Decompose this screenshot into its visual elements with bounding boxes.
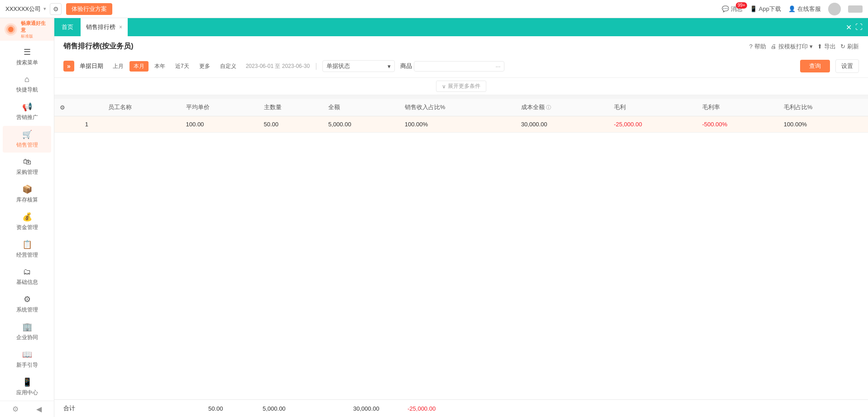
sidebar-item-inventory[interactable]: 📦库存核算 bbox=[3, 181, 51, 207]
sidebar-label-system: 系统管理 bbox=[16, 306, 38, 314]
sidebar-item-system[interactable]: ⚙系统管理 bbox=[3, 291, 51, 317]
date-opt-last-month[interactable]: 上月 bbox=[109, 61, 128, 72]
col-qty: 主数量 bbox=[259, 99, 323, 116]
sidebar-icon-collab: 🏢 bbox=[22, 322, 32, 332]
sidebar-item-marketing[interactable]: 📢营销推广 bbox=[3, 98, 51, 125]
total-qty: 50.00 bbox=[208, 405, 263, 412]
status-chevron-icon: ▾ bbox=[388, 63, 391, 70]
logo-title: 畅康通好生意 bbox=[21, 20, 50, 34]
sidebar-nav: ☰搜索菜单⌂快捷导航📢营销推广🛒销售管理🛍采购管理📦库存核算💰资金管理📋经营管理… bbox=[0, 41, 54, 401]
sidebar-item-shortcut[interactable]: ⌂快捷导航 bbox=[3, 71, 51, 97]
sidebar-icon-purchase: 🛍 bbox=[23, 157, 31, 167]
row-name bbox=[103, 116, 181, 133]
col-settings[interactable]: ⚙ bbox=[54, 99, 71, 116]
filter-toggle-button[interactable]: » bbox=[63, 61, 74, 72]
col-profit-pct: 毛利占比% bbox=[778, 99, 868, 116]
refresh-label: 刷新 bbox=[847, 43, 859, 51]
app-label: App下载 bbox=[759, 5, 781, 13]
expand-label: 展开更多条件 bbox=[448, 82, 480, 90]
col-amount: 全额 bbox=[323, 99, 399, 116]
query-button[interactable]: 查询 bbox=[800, 60, 830, 72]
tab-sales-ranking[interactable]: 销售排行榜 × bbox=[81, 18, 128, 36]
sidebar-item-guide[interactable]: 📖新手引导 bbox=[3, 346, 51, 373]
sidebar-item-search[interactable]: ☰搜索菜单 bbox=[3, 43, 51, 70]
expand-row: ∨ 展开更多条件 bbox=[54, 78, 868, 95]
sidebar-bottom: ⚙ ◀ bbox=[0, 401, 54, 417]
refresh-button[interactable]: ↻ 刷新 bbox=[840, 43, 859, 51]
sidebar-icon-inventory: 📦 bbox=[22, 184, 32, 194]
company-chevron-icon: ▾ bbox=[43, 6, 46, 12]
help-icon: ? bbox=[749, 43, 753, 50]
print-label: 按模板打印 bbox=[778, 43, 808, 51]
sidebar-item-finance[interactable]: 💰资金管理 bbox=[3, 208, 51, 235]
filter-divider-1: | bbox=[315, 62, 317, 70]
help-button[interactable]: ? 帮助 bbox=[749, 43, 766, 51]
message-button[interactable]: 💬 消息 99+ bbox=[722, 5, 743, 13]
export-button[interactable]: ⬆ 导出 bbox=[817, 43, 836, 51]
tab-active-label: 销售排行榜 bbox=[86, 23, 115, 31]
sidebar-label-purchase: 采购管理 bbox=[16, 168, 38, 176]
col-cost: 成本全额 ⓘ bbox=[516, 99, 609, 116]
sidebar-label-collab: 企业协同 bbox=[16, 334, 38, 341]
gear-button[interactable]: ⚙ bbox=[50, 3, 62, 15]
date-opt-this-year[interactable]: 本年 bbox=[150, 61, 169, 72]
row-profit-pct: 100.00% bbox=[778, 116, 868, 133]
sidebar-label-basic: 基础信息 bbox=[16, 278, 38, 286]
row-sales-pct: 100.00% bbox=[399, 116, 516, 133]
total-cost: 30,000.00 bbox=[353, 405, 408, 412]
sidebar-item-purchase[interactable]: 🛍采购管理 bbox=[3, 153, 51, 180]
status-label: 单据状态 bbox=[326, 62, 350, 70]
tab-close-icon[interactable]: × bbox=[119, 24, 122, 30]
date-options: 上月 本月 本年 近7天 更多 自定义 bbox=[109, 61, 240, 72]
sidebar-item-collab[interactable]: 🏢企业协同 bbox=[3, 318, 51, 345]
sidebar-item-basic[interactable]: 🗂基础信息 bbox=[3, 264, 51, 290]
expand-conditions-button[interactable]: ∨ 展开更多条件 bbox=[436, 81, 486, 92]
goods-more-icon[interactable]: ··· bbox=[495, 63, 500, 70]
export-label: 导出 bbox=[824, 43, 836, 51]
message-icon: 💬 bbox=[722, 5, 729, 12]
sidebar-item-operations[interactable]: 📋经营管理 bbox=[3, 236, 51, 263]
top-bar: XXXXXX公司 ▾ ⚙ 体验行业方案 💬 消息 99+ 📱 App下载 👤 在… bbox=[0, 0, 868, 18]
filter-toggle-icon: » bbox=[67, 62, 71, 70]
date-opt-more[interactable]: 更多 bbox=[195, 61, 214, 72]
logo-icon bbox=[4, 22, 18, 37]
status-select[interactable]: 单据状态 ▾ bbox=[322, 60, 395, 72]
print-button[interactable]: 🖨 按模板打印 ▾ bbox=[771, 43, 813, 51]
logo-text-block: 畅康通好生意 标准版 bbox=[21, 20, 50, 39]
app-download-button[interactable]: 📱 App下载 bbox=[750, 5, 781, 13]
print-chevron-icon: ▾ bbox=[810, 43, 813, 50]
sidebar-icon-apps: 📱 bbox=[22, 377, 32, 387]
total-amount: 5,000.00 bbox=[263, 405, 317, 412]
row-profit: -25,000.00 bbox=[609, 116, 697, 133]
table-row[interactable]: 1 100.00 50.00 5,000.00 100.00% 30,000.0… bbox=[54, 116, 868, 133]
col-name: 员工名称 bbox=[103, 99, 181, 116]
tab-home-label: 首页 bbox=[62, 23, 73, 31]
col-sales-pct: 销售收入占比% bbox=[399, 99, 516, 116]
tab-maximize-icon[interactable]: ⛶ bbox=[855, 23, 863, 31]
sidebar-collapse-button[interactable]: ◀ bbox=[36, 405, 42, 413]
date-opt-this-month[interactable]: 本月 bbox=[129, 61, 149, 72]
tab-close-window-icon[interactable]: ✕ bbox=[846, 23, 852, 32]
expand-chevron-icon: ∨ bbox=[442, 83, 446, 90]
sidebar-label-apps: 应用中心 bbox=[16, 389, 38, 397]
svg-point-2 bbox=[8, 27, 14, 32]
online-service-button[interactable]: 👤 在线客服 bbox=[788, 5, 821, 13]
sidebar-item-sales[interactable]: 🛒销售管理 bbox=[3, 126, 51, 153]
avatar[interactable] bbox=[828, 3, 841, 15]
tab-home[interactable]: 首页 bbox=[54, 18, 81, 36]
sidebar-item-apps[interactable]: 📱应用中心 bbox=[3, 374, 51, 400]
date-range: 2023-06-01 至 2023-06-30 bbox=[246, 62, 310, 70]
app-icon: 📱 bbox=[750, 5, 757, 12]
date-opt-custom[interactable]: 自定义 bbox=[216, 61, 240, 72]
sidebar-icon-finance: 💰 bbox=[22, 212, 32, 222]
sidebar-label-inventory: 库存核算 bbox=[16, 196, 38, 204]
try-industry-button[interactable]: 体验行业方案 bbox=[66, 3, 112, 15]
footer-total: 合计 50.00 5,000.00 30,000.00 -25,000.00 bbox=[54, 399, 868, 417]
sidebar-settings-button[interactable]: ⚙ bbox=[12, 405, 19, 413]
row-rank: 1 bbox=[71, 116, 103, 133]
company-selector[interactable]: XXXXXX公司 ▾ bbox=[5, 5, 46, 13]
sidebar-icon-marketing: 📢 bbox=[22, 102, 32, 112]
settings-button[interactable]: 设置 bbox=[835, 59, 859, 73]
date-opt-7days[interactable]: 近7天 bbox=[171, 61, 193, 72]
goods-label: 商品 bbox=[400, 62, 412, 70]
